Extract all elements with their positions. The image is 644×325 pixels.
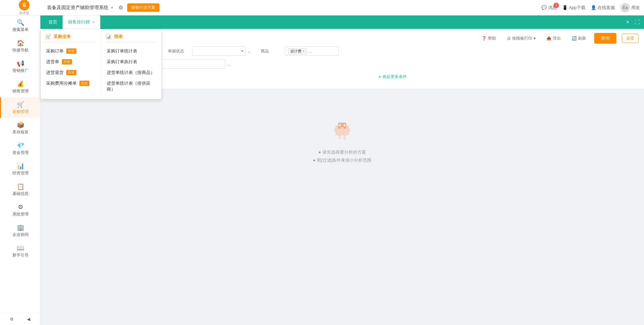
purchase-order-history: 历史 (66, 48, 76, 54)
purchase-order-exec-label: 采购订单执行表 (107, 59, 137, 65)
tab-close-icon[interactable]: × (93, 20, 95, 25)
empty-state: ● 请先选择要分析的方案 ● 用[过滤]条件来缩小分析范围 (40, 89, 644, 191)
sidebar-item-operation[interactable]: 📊 经营管理 (0, 159, 40, 179)
sidebar-item-enterprise[interactable]: 🏢 企业协同 (0, 220, 40, 241)
svg-rect-8 (344, 135, 346, 139)
menu-item-purchase-expense[interactable]: 采购费用分摊单 历史 (45, 78, 97, 89)
salesman-more[interactable]: ... (227, 61, 231, 67)
sidebar-item-finance[interactable]: 💎 资金管理 (0, 138, 40, 159)
sidebar-item-marketing[interactable]: 📢 营销推广 (0, 56, 40, 77)
export-btn[interactable]: 📤 导出 (544, 34, 564, 43)
report-menu-section: 📊 报表 采购订单统计表 采购订单执行表 进货单统计表（按商品） 进货单统计表（… (101, 33, 162, 95)
voucher-status-more[interactable]: ⌄ (247, 48, 251, 54)
purchase-section-icon: 🛒 (45, 33, 51, 40)
goods-return-history: 历史 (66, 70, 76, 75)
empty-tip-1: ● 请先选择要分析的方案 (318, 148, 366, 156)
app-download-item[interactable]: 📱 App下载 (562, 5, 585, 11)
collapse-btn[interactable]: ∧ 收起更多条件 (378, 74, 407, 80)
sidebar-item-system[interactable]: ⚙ 系统管理 (0, 200, 40, 220)
search-icon: 🔍 (17, 19, 24, 26)
sidebar-item-label: 营销推广 (12, 68, 29, 74)
goods-return-label: 进货退货 (46, 70, 64, 76)
report-section-icon: 📊 (105, 33, 112, 40)
message-badge: 9 (553, 3, 559, 8)
print-btn[interactable]: 🖨 按模板打印 ▾ (504, 34, 538, 43)
top-right: 💬 消息 9 📱 App下载 👤 在线客服 Ea 用友 (541, 3, 640, 12)
menu-item-purchase-order-stats[interactable]: 采购订单统计表 (105, 46, 157, 56)
svg-rect-6 (348, 128, 350, 132)
tab-sales-ranking[interactable]: 销售排行榜 × (63, 15, 100, 29)
message-item[interactable]: 💬 消息 9 (541, 5, 557, 11)
sidebar-item-inventory[interactable]: 📦 库存核算 (0, 118, 40, 138)
system-title-area: 装备及固定资产辅助管理系统 ▾ ⚙ (47, 4, 123, 11)
goods-label: 商品 (261, 48, 281, 54)
voucher-status-filter: ⌄ (192, 46, 251, 56)
online-service-label: 在线客服 (598, 5, 615, 11)
tab-home-label: 首页 (48, 19, 57, 25)
marketing-icon: 📢 (17, 60, 24, 67)
tab-expand-icon[interactable]: ⛶ (633, 18, 641, 27)
system-title-text: 装备及固定资产辅助管理系统 (47, 5, 108, 11)
menu-item-purchase-order-exec[interactable]: 采购订单执行表 (105, 56, 157, 67)
purchase-icon: 🛒 (17, 101, 24, 108)
online-service-icon: 👤 (591, 5, 596, 10)
sidebar-item-label: 企业协同 (12, 232, 29, 238)
user-avatar: Ea (620, 3, 630, 12)
salesman-filter: ... (158, 59, 231, 69)
system-title-dropdown[interactable]: ▾ (111, 5, 113, 10)
industry-btn[interactable]: 体验行业方案 (127, 3, 159, 12)
sidebar: 🔍 搜索菜单 🏠 快捷导航 📢 营销推广 💰 销售管理 🛒 采购管理 📦 库存核… (0, 15, 40, 325)
system-settings-icon[interactable]: ⚙ (118, 4, 123, 11)
sidebar-item-basic-info[interactable]: 📋 基础信息 (0, 179, 40, 200)
online-service-item[interactable]: 👤 在线客服 (591, 5, 615, 11)
query-button[interactable]: 查询 (594, 33, 616, 44)
top-bar: 6 标准版 装备及固定资产辅助管理系统 ▾ ⚙ 体验行业方案 💬 消息 9 📱 … (0, 0, 644, 15)
app-download-label: App下载 (569, 5, 585, 11)
sidebar-item-sales[interactable]: 💰 销售管理 (0, 77, 40, 97)
print-dropdown-icon[interactable]: ▾ (534, 36, 536, 41)
voucher-status-select[interactable] (192, 46, 246, 56)
goods-filter[interactable]: 设计费 × ... (285, 46, 339, 56)
menu-item-goods-in[interactable]: 进货单 历史 (45, 56, 97, 67)
tab-home[interactable]: 首页 (43, 15, 63, 29)
sidebar-collapse-icon[interactable]: ◀ (27, 317, 30, 322)
collapse-area: ∧ 收起更多条件 (147, 74, 639, 80)
sidebar-item-search[interactable]: 🔍 搜索菜单 (0, 15, 40, 36)
basic-info-icon: 📋 (17, 183, 24, 190)
collapse-icon: ∧ (378, 74, 381, 79)
sidebar-item-guide[interactable]: 📖 新手引导 (0, 241, 40, 261)
print-label: 按模板打印 (512, 36, 532, 41)
settings-button[interactable]: 设置 (622, 34, 639, 43)
menu-item-goods-in-stats-product[interactable]: 进货单统计表（按商品） (105, 67, 157, 78)
sidebar-item-label: 经营管理 (12, 170, 29, 176)
salesman-input[interactable] (158, 59, 225, 69)
sidebar-item-label: 快捷导航 (12, 47, 29, 53)
export-icon: 📤 (546, 36, 551, 41)
svg-point-2 (339, 124, 341, 126)
goods-tag-close[interactable]: × (302, 49, 305, 53)
sales-icon: 💰 (17, 80, 24, 88)
menu-item-goods-return[interactable]: 进货退货 历史 (45, 67, 97, 78)
menu-item-goods-in-stats-supplier[interactable]: 进货单统计表（按供应商） (105, 78, 157, 95)
sidebar-item-label: 搜索菜单 (12, 27, 29, 33)
goods-in-history: 历史 (62, 59, 72, 65)
user-item[interactable]: Ea 用友 (620, 3, 640, 12)
goods-more[interactable]: ... (308, 48, 312, 54)
svg-rect-4 (340, 127, 344, 128)
sidebar-settings-icon[interactable]: ⚙ (10, 317, 14, 322)
svg-rect-7 (339, 135, 341, 139)
user-label: 用友 (631, 5, 640, 11)
refresh-btn[interactable]: 🔄 刷新 (569, 34, 589, 43)
tab-sales-ranking-label: 销售排行榜 (68, 19, 90, 25)
svg-point-3 (344, 124, 346, 126)
goods-tag-text: 设计费 (290, 49, 301, 54)
tab-close-window-icon[interactable]: × (625, 18, 631, 27)
help-btn[interactable]: ❓ 帮助 (479, 34, 499, 43)
collapse-label: 收起更多条件 (383, 74, 407, 80)
goods-tag: 设计费 × (288, 48, 307, 54)
sidebar-item-purchase[interactable]: 🛒 采购管理 (0, 97, 40, 118)
sidebar-item-quick-nav[interactable]: 🏠 快捷导航 (0, 36, 40, 56)
menu-item-purchase-order[interactable]: 采购订单 历史 (45, 46, 97, 56)
finance-icon: 💎 (17, 142, 24, 149)
sidebar-item-label: 资金管理 (12, 150, 29, 156)
